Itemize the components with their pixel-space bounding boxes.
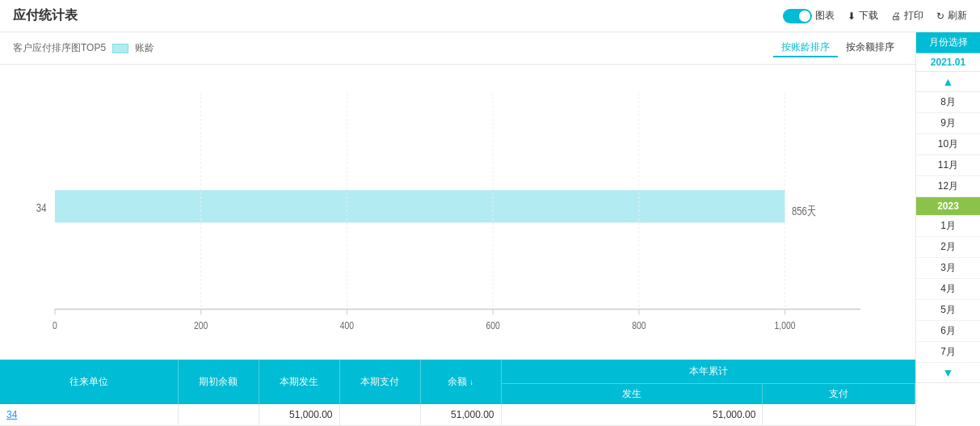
month-item-1[interactable]: 1月: [916, 216, 980, 237]
table-area: 往来单位 期初余额 本期发生 本期支付 余额 ↓ 本年累计: [0, 359, 915, 426]
cell-qichu: [178, 404, 259, 426]
legend-text: 客户应付排序图TOP5: [13, 41, 106, 55]
chart-svg: 34 856天 0 200 400: [13, 71, 902, 352]
download-icon: ⬇: [848, 11, 856, 22]
month-item-8[interactable]: 8月: [916, 92, 980, 113]
nav-down-button[interactable]: ▼: [916, 363, 980, 383]
col-benfasheng: 本期发生: [259, 360, 339, 404]
legend-box-label: 账龄: [135, 41, 154, 55]
refresh-label: 刷新: [948, 9, 967, 23]
sort-buttons: 按账龄排序 按余额排序: [773, 39, 902, 57]
svg-text:600: 600: [486, 318, 500, 331]
table-row: 34 51,000.00 51,000.00 51,000.00: [0, 404, 915, 426]
col-yue: 余额 ↓: [420, 360, 501, 404]
month-item-11[interactable]: 11月: [916, 155, 980, 176]
year-label-2023: 2023: [916, 197, 980, 216]
download-button[interactable]: ⬇ 下载: [848, 9, 878, 23]
month-item-6[interactable]: 6月: [916, 321, 980, 342]
cell-yue: 51,000.00: [420, 404, 501, 426]
chart-toggle-wrapper[interactable]: 图表: [783, 9, 835, 23]
refresh-icon: ↻: [936, 11, 944, 22]
month-item-7[interactable]: 7月: [916, 342, 980, 363]
y-axis-label: 34: [36, 201, 47, 215]
table-wrapper: 往来单位 期初余额 本期发生 本期支付 余额 ↓ 本年累计: [0, 360, 915, 426]
svg-text:0: 0: [53, 318, 57, 331]
print-label: 打印: [904, 9, 923, 23]
month-item-3[interactable]: 3月: [916, 258, 980, 279]
svg-text:400: 400: [340, 318, 355, 331]
cell-benqizhifu: [339, 404, 420, 426]
cell-leijizhifu: [763, 404, 915, 426]
col-unit: 往来单位: [0, 360, 178, 404]
header-actions: 图表 ⬇ 下载 🖨 打印 ↻ 刷新: [783, 9, 967, 23]
page-header: 应付统计表 图表 ⬇ 下载 🖨 打印 ↻ 刷新: [0, 0, 980, 32]
chart-bar: [55, 190, 785, 222]
print-icon: 🖨: [891, 11, 901, 22]
month-item-10[interactable]: 10月: [916, 134, 980, 155]
content-area: 客户应付排序图TOP5 账龄 按账龄排序 按余额排序 34: [0, 32, 980, 426]
svg-text:800: 800: [632, 318, 646, 331]
chart-toggle-label: 图表: [815, 9, 835, 23]
svg-text:200: 200: [194, 318, 208, 331]
sort-by-balance-button[interactable]: 按余额排序: [838, 39, 902, 57]
cell-leijifasheng: 51,000.00: [501, 404, 763, 426]
page-title: 应付统计表: [13, 7, 78, 24]
col-leiji-group: 本年累计: [501, 360, 915, 384]
nav-up-button[interactable]: ▲: [916, 72, 980, 92]
chart-table-area: 客户应付排序图TOP5 账龄 按账龄排序 按余额排序 34: [0, 32, 915, 426]
cell-unit: 34: [0, 404, 178, 426]
data-table: 往来单位 期初余额 本期发生 本期支付 余额 ↓ 本年累计: [0, 360, 915, 426]
bar-end-label: 856天: [792, 204, 816, 217]
unit-link[interactable]: 34: [6, 409, 17, 420]
refresh-button[interactable]: ↻ 刷新: [936, 9, 967, 23]
cell-benfasheng: 51,000.00: [259, 404, 339, 426]
legend-box: [112, 44, 128, 53]
year-input[interactable]: [916, 53, 980, 72]
table-header-row: 往来单位 期初余额 本期发生 本期支付 余额 ↓ 本年累计: [0, 360, 915, 384]
chart-legend: 客户应付排序图TOP5 账龄: [13, 41, 154, 55]
sort-by-age-button[interactable]: 按账龄排序: [773, 39, 838, 57]
col-leijifasheng: 发生: [501, 384, 763, 405]
chart-header: 客户应付排序图TOP5 账龄 按账龄排序 按余额排序: [0, 32, 915, 65]
download-label: 下载: [859, 9, 878, 23]
month-item-5[interactable]: 5月: [916, 300, 980, 321]
month-item-2[interactable]: 2月: [916, 237, 980, 258]
col-benqizhifu: 本期支付: [339, 360, 420, 404]
month-item-12[interactable]: 12月: [916, 176, 980, 197]
sidebar-header: 月份选择: [916, 32, 980, 53]
chart-container: 34 856天 0 200 400: [0, 65, 915, 359]
print-button[interactable]: 🖨 打印: [891, 9, 923, 23]
svg-text:1,000: 1,000: [775, 318, 796, 331]
col-leijizhifu: 支付: [763, 384, 915, 405]
month-item-4[interactable]: 4月: [916, 279, 980, 300]
right-sidebar: 月份选择 ▲ 8月 9月 10月 11月 12月 2023 1月 2月 3月 4…: [915, 32, 980, 426]
chart-toggle[interactable]: [783, 9, 812, 23]
col-qichu: 期初余额: [178, 360, 259, 404]
month-item-9[interactable]: 9月: [916, 113, 980, 134]
